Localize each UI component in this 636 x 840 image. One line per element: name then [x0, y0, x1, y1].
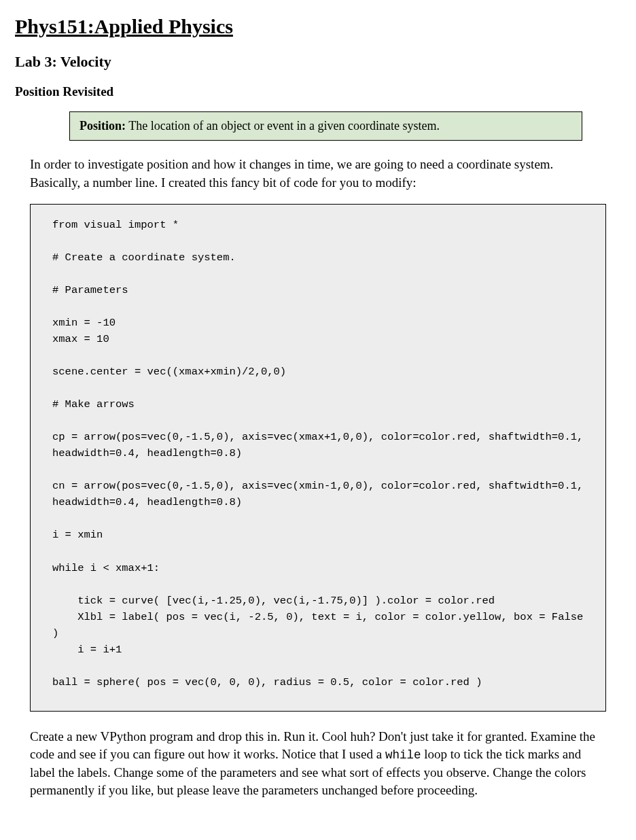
- section-title: Position Revisited: [15, 84, 621, 99]
- intro-paragraph: In order to investigate position and how…: [30, 156, 606, 192]
- inline-code-while: while: [385, 748, 421, 762]
- lab-title: Lab 3: Velocity: [15, 53, 621, 71]
- closing-paragraph: Create a new VPython program and drop th…: [30, 728, 606, 800]
- course-title: Phys151:Applied Physics: [15, 15, 621, 38]
- code-block: from visual import * # Create a coordina…: [30, 204, 606, 711]
- definition-box-container: Position: The location of an object or e…: [69, 111, 582, 141]
- definition-term: Position:: [80, 119, 126, 133]
- definition-box: Position: The location of an object or e…: [69, 111, 582, 141]
- definition-text: The location of an object or event in a …: [126, 119, 440, 133]
